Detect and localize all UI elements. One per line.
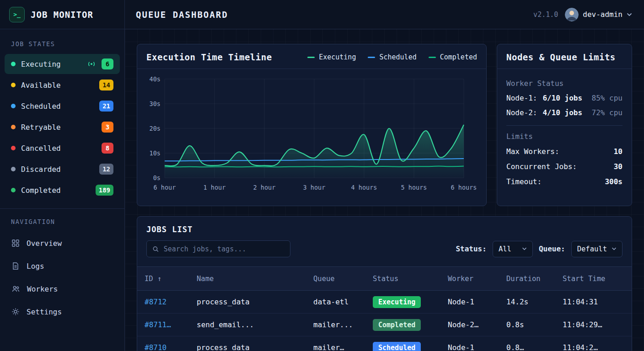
sidebar-state-discarded[interactable]: Discarded12: [5, 159, 120, 179]
limits-title: Limits: [506, 132, 623, 141]
sidebar-state-retryable[interactable]: Retryable3: [5, 117, 120, 137]
node-jobs: 4/10 jobs: [542, 108, 582, 117]
state-count-badge: 8: [102, 143, 113, 154]
column-worker[interactable]: Worker: [448, 275, 506, 283]
state-dot: [11, 146, 16, 150]
status-badge: Executing: [373, 296, 421, 308]
legend-label: Executing: [319, 53, 356, 61]
queue-filter-value: Default: [577, 245, 607, 253]
table-row[interactable]: #8712process_datadata-etlExecutingNode-1…: [137, 291, 632, 314]
sidebar-item-logs[interactable]: Logs: [0, 255, 124, 277]
legend-item-executing[interactable]: Executing: [307, 53, 356, 61]
limit-label: Timeout:: [506, 177, 542, 186]
worker-status-title: Worker Status: [506, 79, 623, 88]
limit-value: 300s: [605, 177, 623, 186]
timeline-card-header: Execution Time Timeline ExecutingSchedul…: [137, 44, 486, 69]
state-label: Retryable: [21, 123, 96, 132]
topbar-right: v2.1.0 dev-admin: [533, 8, 644, 21]
limit-row: Timeout:300s: [506, 177, 623, 186]
main-content: Execution Time Timeline ExecutingSchedul…: [125, 29, 644, 351]
table-row[interactable]: #8711…send_email...mailer...CompletedNod…: [137, 314, 632, 336]
jobs-table-header: ID ↑NameQueueStatusWorkerDurationStart T…: [137, 266, 632, 291]
jobs-table-body: #8712process_datadata-etlExecutingNode-1…: [137, 291, 632, 351]
page-title: QUEUE DASHBOARD: [136, 10, 228, 20]
sidebar-item-workers[interactable]: Workers: [0, 277, 124, 300]
top-row: Execution Time Timeline ExecutingSchedul…: [137, 44, 632, 206]
legend-item-scheduled[interactable]: Scheduled: [368, 53, 416, 61]
chevron-down-icon: [612, 247, 617, 250]
job-queue: mailer...: [313, 320, 373, 329]
svg-text:4 hours: 4 hours: [351, 184, 377, 191]
jobs-card-header: JOBS LIST: [137, 217, 632, 236]
legend-dash: [429, 57, 436, 58]
status-filter-value: All: [499, 245, 511, 253]
job-queue: mailer…: [313, 343, 373, 351]
brand: >_ JOB MONITOR: [0, 0, 125, 29]
limits-list: Max Workers:10Concurrent Jobs:30Timeout:…: [506, 147, 623, 186]
avatar-image: [565, 8, 579, 21]
column-status[interactable]: Status: [373, 275, 448, 283]
sidebar-state-available[interactable]: Available14: [5, 75, 120, 95]
job-worker: Node-1: [448, 343, 506, 351]
sidebar-state-completed[interactable]: Completed189: [5, 180, 120, 200]
legend-dash: [368, 57, 375, 58]
chevron-down-icon: [522, 247, 527, 250]
status-filter-select[interactable]: All: [493, 241, 533, 257]
jobs-filters: Status: All Queue: Default: [137, 236, 632, 266]
state-dot: [11, 104, 16, 108]
queue-filter-select[interactable]: Default: [571, 241, 623, 257]
limit-label: Concurrent Jobs:: [506, 162, 577, 171]
job-id: #8712: [145, 298, 197, 306]
column-queue[interactable]: Queue: [313, 275, 373, 283]
job-states-section-title: JOB STATES: [0, 40, 124, 48]
sidebar-item-overview[interactable]: Overview: [0, 232, 124, 255]
svg-text:3 hour: 3 hour: [303, 184, 326, 191]
limit-row: Concurrent Jobs:30: [506, 162, 623, 171]
nav-item-label: Settings: [27, 308, 62, 316]
jobs-list-title: JOBS LIST: [146, 225, 623, 234]
timeline-card: Execution Time Timeline ExecutingSchedul…: [137, 44, 487, 206]
terminal-logo-icon: >_: [9, 7, 25, 22]
table-row[interactable]: #8710process_datamailer…ScheduledNode-10…: [137, 336, 632, 351]
state-dot: [11, 62, 16, 66]
nodes-card-body: Worker Status Node-1:6/10 jobs85% cpuNod…: [497, 69, 632, 199]
status-filter-label: Status:: [456, 245, 486, 253]
column-id[interactable]: ID ↑: [145, 275, 197, 283]
column-start-time[interactable]: Start Time: [563, 275, 632, 283]
search-input[interactable]: [164, 245, 284, 253]
state-count-badge: 21: [99, 101, 113, 112]
column-duration[interactable]: Duration: [506, 275, 563, 283]
search-icon: [152, 245, 159, 253]
sidebar-state-scheduled[interactable]: Scheduled21: [5, 96, 120, 116]
worker-node-row: Node-1:6/10 jobs85% cpu: [506, 94, 623, 102]
job-start-time: 11:04:2…: [563, 343, 632, 351]
user-menu[interactable]: dev-admin: [565, 8, 632, 21]
job-status-cell: Scheduled: [373, 342, 448, 351]
svg-text:5 hours: 5 hours: [401, 184, 427, 191]
sidebar-state-executing[interactable]: Executing6: [5, 54, 120, 74]
job-queue: data-etl: [313, 298, 373, 306]
document-icon: [11, 262, 20, 270]
column-name[interactable]: Name: [197, 275, 313, 283]
job-name: process_data: [197, 343, 313, 351]
node-cpu: 85% cpu: [592, 94, 623, 102]
legend-item-completed[interactable]: Completed: [429, 53, 477, 61]
sidebar-item-settings[interactable]: Settings: [0, 300, 124, 323]
svg-text:6 hours: 6 hours: [451, 184, 477, 191]
state-dot: [11, 188, 16, 192]
brand-name: JOB MONITOR: [31, 10, 93, 20]
state-label: Discarded: [21, 165, 94, 174]
job-id: #8710: [145, 343, 197, 351]
timeline-chart-svg: 6 hour1 hour2 hour3 hour4 hours5 hours6 …: [144, 70, 479, 200]
job-duration: 14.2s: [506, 298, 563, 306]
navigation-section-title: NAVIGATION: [0, 218, 124, 225]
svg-text:30s: 30s: [150, 100, 161, 107]
limit-value: 10: [614, 147, 623, 156]
sidebar-divider: [0, 208, 124, 209]
job-start-time: 11:04:29…: [563, 320, 632, 329]
svg-text:20s: 20s: [150, 125, 161, 132]
svg-text:1 hour: 1 hour: [204, 184, 226, 191]
chevron-down-icon: [627, 13, 632, 16]
job-name: send_email...: [197, 320, 313, 329]
sidebar-state-cancelled[interactable]: Cancelled8: [5, 138, 120, 158]
